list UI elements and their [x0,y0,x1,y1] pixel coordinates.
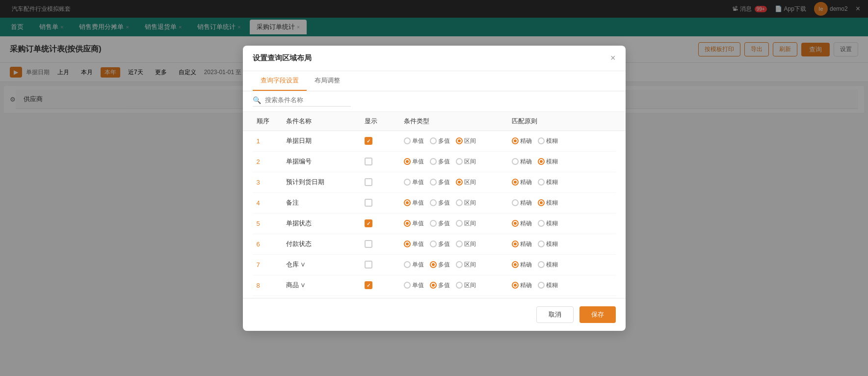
row-display-cell[interactable] [361,277,400,293]
display-checkbox[interactable] [365,158,372,165]
type-radio-单值[interactable]: 单值 [404,219,424,228]
match-radio-精确[interactable]: 精确 [512,158,532,166]
radio-circle [404,261,411,268]
type-radio-区间[interactable]: 区间 [456,199,476,207]
match-radio-精确[interactable]: 精确 [512,199,532,207]
radio-circle [538,199,545,206]
type-radio-单值[interactable]: 单值 [404,178,424,187]
match-radio-模糊[interactable]: 模糊 [538,281,558,290]
type-radio-区间[interactable]: 区间 [456,137,476,145]
cancel-button[interactable]: 取消 [536,306,574,323]
type-radio-多值[interactable]: 多值 [430,199,450,207]
match-radio-模糊[interactable]: 模糊 [538,240,558,248]
row-display-cell[interactable] [361,133,400,149]
type-radio-单值[interactable]: 单值 [404,137,424,145]
search-input[interactable] [265,96,343,104]
radio-circle [404,137,411,144]
match-radio-模糊[interactable]: 模糊 [538,137,558,145]
radio-circle [512,241,519,247]
radio-circle [404,158,411,165]
type-radio-多值[interactable]: 多值 [430,137,450,145]
row-display-cell[interactable] [361,174,400,190]
radio-circle [538,282,545,289]
type-radio-多值[interactable]: 多值 [430,261,450,269]
radio-circle [456,179,463,186]
radio-circle [430,199,437,206]
row-name: 预计到货日期 [282,174,361,190]
radio-circle [456,220,463,227]
table-row: 3预计到货日期单值多值区间精确模糊 [253,172,616,193]
type-radio-区间[interactable]: 区间 [456,281,476,290]
radio-circle [404,220,411,227]
row-display-cell[interactable] [361,195,400,211]
match-radio-精确[interactable]: 精确 [512,178,532,187]
type-radio-多值[interactable]: 多值 [430,219,450,228]
row-display-cell[interactable] [361,236,400,252]
type-radio-区间[interactable]: 区间 [456,178,476,187]
display-checkbox[interactable] [365,178,372,186]
match-radio-精确[interactable]: 精确 [512,219,532,228]
table-row: 5单据状态单值多值区间精确模糊 [253,214,616,234]
radio-circle [512,137,519,144]
type-radio-区间[interactable]: 区间 [456,219,476,228]
dialog-header: 设置查询区域布局 × [243,46,626,71]
type-radio-多值[interactable]: 多值 [430,158,450,166]
row-name: 商品 ∨ [282,277,361,294]
row-type-cell: 单值多值区间 [400,154,508,170]
match-radio-精确[interactable]: 精确 [512,137,532,145]
display-checkbox[interactable] [365,261,372,269]
dialog-tab-layout[interactable]: 布局调整 [307,71,348,91]
type-radio-单值[interactable]: 单值 [404,199,424,207]
type-radio-区间[interactable]: 区间 [456,240,476,248]
dialog-tabs: 查询字段设置 布局调整 [243,71,626,91]
display-checkbox[interactable] [365,219,372,227]
match-radio-精确[interactable]: 精确 [512,240,532,248]
match-radio-模糊[interactable]: 模糊 [538,261,558,269]
row-name: 备注 [282,194,361,211]
match-radio-模糊[interactable]: 模糊 [538,219,558,228]
type-radio-单值[interactable]: 单值 [404,261,424,269]
radio-circle [538,137,545,144]
display-checkbox[interactable] [365,137,372,145]
type-radio-单值[interactable]: 单值 [404,240,424,248]
radio-circle [404,199,411,206]
radio-circle [456,137,463,144]
radio-circle [430,158,437,165]
match-radio-精确[interactable]: 精确 [512,261,532,269]
row-display-cell[interactable] [361,257,400,272]
table-row: 1单据日期单值多值区间精确模糊 [253,131,616,152]
row-display-cell[interactable] [361,215,400,231]
row-match-cell: 精确模糊 [508,215,616,232]
match-radio-模糊[interactable]: 模糊 [538,199,558,207]
modal-overlay: 设置查询区域布局 × 查询字段设置 布局调整 🔍 顺序 条件名称 显示 条件类型 [0,0,868,376]
match-radio-精确[interactable]: 精确 [512,281,532,290]
radio-circle [430,282,437,289]
display-checkbox[interactable] [365,281,372,289]
dialog-tab-query-fields[interactable]: 查询字段设置 [253,71,307,91]
type-radio-多值[interactable]: 多值 [430,178,450,187]
row-match-cell: 精确模糊 [508,133,616,149]
dialog-close-button[interactable]: × [610,54,616,62]
type-radio-区间[interactable]: 区间 [456,158,476,166]
display-checkbox[interactable] [365,199,372,207]
row-name: 单据状态 [282,215,361,232]
dialog-footer: 取消 保存 [243,298,626,331]
type-radio-区间[interactable]: 区间 [456,261,476,269]
radio-circle [456,199,463,206]
row-display-cell[interactable] [361,154,400,169]
radio-circle [404,179,411,186]
row-type-cell: 单值多值区间 [400,174,508,190]
save-button[interactable]: 保存 [579,306,616,323]
dialog-table-body: 1单据日期单值多值区间精确模糊2单据编号单值多值区间精确模糊3预计到货日期单值多… [243,131,626,298]
type-radio-多值[interactable]: 多值 [430,240,450,248]
type-radio-多值[interactable]: 多值 [430,281,450,290]
match-radio-模糊[interactable]: 模糊 [538,178,558,187]
row-name: 单据编号 [282,153,361,170]
display-checkbox[interactable] [365,240,372,248]
type-radio-单值[interactable]: 单值 [404,281,424,290]
col-name: 条件名称 [282,112,361,131]
col-type: 条件类型 [400,112,508,131]
type-radio-单值[interactable]: 单值 [404,158,424,166]
radio-circle [538,261,545,268]
match-radio-模糊[interactable]: 模糊 [538,158,558,166]
